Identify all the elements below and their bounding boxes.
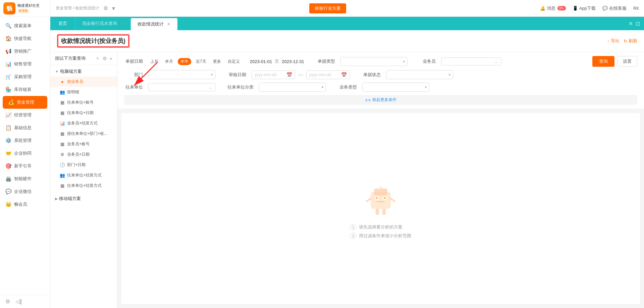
filter-row-1: 单据日期 上月 本月 本年 近7天 更多 自定义 2023-01-01 至 xyxy=(124,56,637,67)
scheme-item-salesperson-account[interactable]: ▦ 业务员+账号 xyxy=(50,139,117,149)
logo-badge: 标准版 xyxy=(17,8,29,13)
basic-label: 基础信息 xyxy=(14,125,32,131)
sidebar-item-system[interactable]: ⚙️系统管理 xyxy=(0,134,50,147)
scheme-item-salesperson-date[interactable]: ⚙ 业务员+日期 xyxy=(50,149,117,160)
date-custom-btn[interactable]: 自定义 xyxy=(226,58,242,65)
scheme-item-dept-date[interactable]: 🕐 部门+日期 xyxy=(50,160,117,170)
voucher-type-select[interactable] xyxy=(340,57,408,66)
scheme-item-salesperson-settlement[interactable]: 📊 业务员+结算方式 xyxy=(50,118,117,129)
operations-icon: 📈 xyxy=(5,112,11,118)
filter-row-3: 往来单位 … 往来单位分类 ▾ 业务类型 ▾ xyxy=(124,83,637,92)
finance-label: 资金管理 xyxy=(17,99,34,105)
newbie-label: 新手引导 xyxy=(14,163,32,169)
tab-collection-stat[interactable]: 收款情况统计 ✕ xyxy=(131,18,177,30)
tab-maximize-btn[interactable]: ⊡ xyxy=(636,20,640,27)
tip-num-2: 2 xyxy=(350,233,356,239)
scheme-item-counterpart-settle2[interactable]: ▦ 往来单位+结算方式 xyxy=(50,181,117,191)
breadcrumb: 资金管理 / 收款情况统计 xyxy=(56,5,99,11)
scheme-item-counterpart-date[interactable]: ▦ 往来单位+日期 xyxy=(50,108,117,118)
tab-bank-flow[interactable]: 现金银行流水查询 ✕ xyxy=(75,17,131,30)
voucher-status-select[interactable] xyxy=(386,70,453,79)
sidebar-item-marketing[interactable]: 📢营销推广 xyxy=(0,45,50,58)
sidebar-item-inventory[interactable]: 🏪库存核算 xyxy=(0,83,50,96)
sidebar-item-wechat[interactable]: 💬企业微信 xyxy=(0,185,50,198)
app-label: App下载 xyxy=(579,5,596,11)
dept-select-wrapper: ▾ xyxy=(148,70,215,79)
scheme-item-counterpart-settle1[interactable]: 👥 往来单位+结算方式 xyxy=(50,170,117,181)
review-date-dash: — xyxy=(299,72,303,77)
refresh-button[interactable]: ↻ 刷新 xyxy=(624,38,637,44)
sidebar-item-smart-hw[interactable]: 🖨️智能硬件 xyxy=(0,172,50,185)
message-item[interactable]: 🔔 消息 99+ xyxy=(540,5,566,11)
header-dropdown-icon[interactable]: ▾ xyxy=(112,5,115,12)
date-this-year-btn[interactable]: 本年 xyxy=(178,58,191,65)
scheme-item-counterpart-dept[interactable]: ▦ 按往来单位+部门+收... xyxy=(50,129,117,139)
review-date-from-input[interactable]: yyyy-mm-dd 📅 xyxy=(252,70,295,79)
header-settings-icon[interactable]: ⚙ xyxy=(103,5,108,11)
sidebar-item-sales[interactable]: 📊销售管理 xyxy=(0,58,50,70)
voucher-status-label: 单据状态 xyxy=(362,72,381,78)
salesperson-input-area[interactable]: … xyxy=(441,57,501,65)
counterpart-category-select[interactable] xyxy=(259,83,326,92)
tab-home[interactable]: 首页 xyxy=(50,17,75,30)
calendar-from-icon[interactable]: 📅 xyxy=(286,72,292,78)
date-last-month-btn[interactable]: 上月 xyxy=(148,58,160,65)
scheme-item-salesperson[interactable]: ● 按业务员 xyxy=(50,76,117,87)
business-type-select[interactable] xyxy=(362,83,429,92)
sidebar-item-purchase[interactable]: 🛒采购管理 xyxy=(0,70,50,83)
mobile-scheme-header[interactable]: ▶ 移动端方案 xyxy=(50,194,117,204)
tab-collection-stat-close[interactable]: ✕ xyxy=(167,22,170,27)
collapse-panel-btn[interactable]: « xyxy=(110,56,112,61)
query-button[interactable]: 查询 xyxy=(592,56,614,67)
online-service-item[interactable]: 💬 在线客服 xyxy=(602,5,627,11)
trial-button[interactable]: 体验行业方案 xyxy=(309,3,346,13)
review-date-from-placeholder: yyyy-mm-dd xyxy=(255,72,286,77)
svg-rect-6 xyxy=(377,201,385,202)
sidebar-item-corp[interactable]: 🤝企业协同 xyxy=(0,147,50,160)
counterpart-date-label: 往来单位+日期 xyxy=(67,110,94,116)
quick-nav-label: 快捷导航 xyxy=(14,36,32,42)
salesperson-date-icon: ⚙ xyxy=(60,152,65,157)
user-name-item[interactable]: Rit xyxy=(633,6,639,11)
tab-close-all-btn[interactable]: ✕ xyxy=(629,20,633,27)
scheme-item-detail[interactable]: 👥 按明细 xyxy=(50,87,117,97)
purchase-label: 采购管理 xyxy=(14,74,32,80)
dept-select[interactable] xyxy=(148,70,215,79)
app-download-item[interactable]: 📱 App下载 xyxy=(573,5,596,11)
settings-bottom-icon[interactable]: ⚙ xyxy=(5,298,10,305)
sidebar-item-search-menu[interactable]: 🔍搜索菜单 xyxy=(0,19,50,32)
date-more-btn[interactable]: 更多 xyxy=(211,58,223,65)
date-this-month-btn[interactable]: 本月 xyxy=(163,58,175,65)
date-7days-btn[interactable]: 近7天 xyxy=(194,58,208,65)
sidebar-item-vip[interactable]: 👑畅会员 xyxy=(0,198,50,211)
quick-nav-icon: 🏠 xyxy=(5,36,11,42)
page-content: 收款情况统计(按业务员) ↑ 导出 ↻ 刷新 按以下方案查询 xyxy=(50,30,644,308)
counterpart-input-area[interactable]: … xyxy=(148,83,215,91)
sidebar-item-newbie[interactable]: 🎯新手引导 xyxy=(0,160,50,172)
newbie-icon: 🎯 xyxy=(5,163,11,169)
desktop-scheme-header[interactable]: ▼ 电脑端方案 xyxy=(50,66,117,76)
salesperson-more-icon[interactable]: … xyxy=(494,59,498,64)
scheme-item-counterpart-account[interactable]: ▦ 往来单位+账号 xyxy=(50,97,117,108)
export-button[interactable]: ↑ 导出 xyxy=(607,38,620,44)
sidebar-item-operations[interactable]: 📈经营管理 xyxy=(0,109,50,121)
tab-bank-flow-close[interactable]: ✕ xyxy=(120,21,124,26)
collapse-sidebar-icon[interactable]: ◁∥ xyxy=(15,298,22,305)
empty-tip-1: 1 请先选择要分析的方案 xyxy=(350,224,411,230)
add-scheme-btn[interactable]: ＋ xyxy=(95,55,100,61)
right-panel: 单据日期 上月 本月 本年 近7天 更多 自定义 2023-01-01 至 xyxy=(117,52,644,308)
message-label: 消息 xyxy=(547,5,555,11)
collapse-filter-btn[interactable]: ∧∧ 收起更多条件 xyxy=(124,95,637,105)
review-date-to-placeholder: yyyy-mm-dd xyxy=(309,72,341,77)
salesperson-scheme-icon: ● xyxy=(60,79,65,85)
sidebar-item-quick-nav[interactable]: 🏠快捷导航 xyxy=(0,32,50,45)
setting-button[interactable]: 设置 xyxy=(617,56,637,67)
sidebar-item-finance[interactable]: 💰资金管理 xyxy=(3,96,47,109)
corp-icon: 🤝 xyxy=(5,150,11,156)
review-date-to-input[interactable]: yyyy-mm-dd 📅 xyxy=(306,70,350,79)
salesperson-label: 业务员 xyxy=(417,58,436,64)
sidebar-item-basic[interactable]: 📋基础信息 xyxy=(0,121,50,134)
settings-scheme-btn[interactable]: ⚙ xyxy=(103,56,107,61)
calendar-to-icon[interactable]: 📅 xyxy=(341,72,347,78)
counterpart-more-icon[interactable]: … xyxy=(208,85,212,90)
